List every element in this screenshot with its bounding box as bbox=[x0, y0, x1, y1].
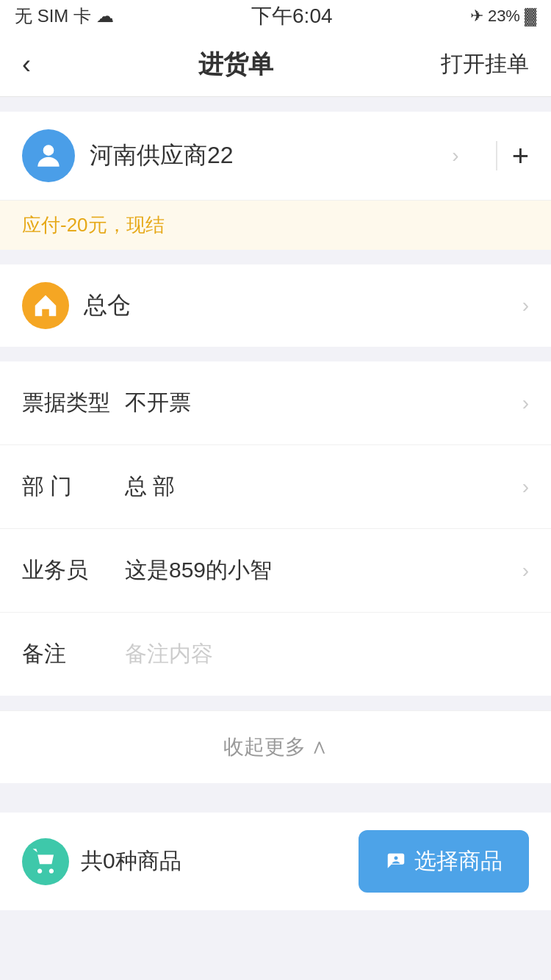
supplier-chevron-icon: › bbox=[452, 144, 458, 167]
page-title: 进货单 bbox=[198, 48, 273, 82]
back-button[interactable]: ‹ bbox=[22, 49, 31, 80]
supplier-section: 河南供应商22 › + 应付-20元，现结 bbox=[0, 112, 551, 250]
select-product-icon bbox=[385, 851, 407, 873]
sales-rep-label: 业务员 bbox=[22, 555, 125, 586]
notice-bar: 应付-20元，现结 bbox=[0, 201, 551, 250]
supplier-avatar bbox=[22, 129, 75, 182]
page-background bbox=[0, 910, 551, 980]
sales-rep-value: 这是859的小智 bbox=[125, 555, 515, 586]
location-icon: ✈ bbox=[470, 7, 483, 26]
ticket-type-label: 票据类型 bbox=[22, 388, 125, 418]
ticket-type-row[interactable]: 票据类型 不开票 › bbox=[0, 361, 551, 445]
status-right: ✈ 23% ▓ bbox=[470, 7, 536, 26]
svg-point-0 bbox=[43, 145, 54, 156]
bottom-bar: 共0种商品 选择商品 bbox=[0, 813, 551, 910]
warehouse-row[interactable]: 总仓 › bbox=[0, 264, 551, 347]
supplier-name: 河南供应商22 bbox=[90, 140, 452, 172]
section-gap-3 bbox=[0, 783, 551, 798]
sales-rep-chevron-icon: › bbox=[522, 559, 529, 583]
cart-icon bbox=[32, 848, 60, 876]
warehouse-chevron-icon: › bbox=[522, 294, 529, 317]
section-gap-1 bbox=[0, 97, 551, 112]
warehouse-section: 总仓 › bbox=[0, 264, 551, 347]
department-value: 总 部 bbox=[125, 472, 515, 502]
sim-status: 无 SIM 卡 ☁ bbox=[15, 4, 114, 28]
home-icon bbox=[32, 292, 60, 320]
product-count-text: 共0种商品 bbox=[81, 846, 359, 876]
section-gap-2 bbox=[0, 250, 551, 264]
collapse-bar[interactable]: 收起更多 ∧ bbox=[0, 710, 551, 783]
department-chevron-icon: › bbox=[522, 475, 529, 499]
sales-rep-row[interactable]: 业务员 这是859的小智 › bbox=[0, 529, 551, 613]
status-bar: 无 SIM 卡 ☁ 下午6:04 ✈ 23% ▓ bbox=[0, 0, 551, 32]
warehouse-name: 总仓 bbox=[84, 289, 522, 322]
remark-row[interactable]: 备注 备注内容 bbox=[0, 613, 551, 696]
notice-text: 应付-20元，现结 bbox=[22, 214, 165, 236]
department-label: 部 门 bbox=[22, 472, 125, 502]
collapse-label: 收起更多 ∧ bbox=[223, 735, 328, 758]
person-icon bbox=[32, 140, 65, 172]
status-left: 无 SIM 卡 ☁ bbox=[15, 4, 114, 28]
select-product-button[interactable]: 选择商品 bbox=[359, 830, 529, 893]
ticket-type-value: 不开票 bbox=[125, 388, 515, 418]
supplier-divider bbox=[496, 141, 497, 170]
add-supplier-button[interactable]: + bbox=[512, 140, 529, 173]
remark-label: 备注 bbox=[22, 639, 125, 669]
battery-status: 23% bbox=[488, 7, 520, 26]
open-pending-button[interactable]: 打开挂单 bbox=[441, 49, 529, 79]
form-section: 票据类型 不开票 › 部 门 总 部 › 业务员 这是859的小智 › 备注 备… bbox=[0, 361, 551, 696]
remark-input[interactable]: 备注内容 bbox=[125, 639, 529, 669]
department-row[interactable]: 部 门 总 部 › bbox=[0, 445, 551, 529]
battery-icon: ▓ bbox=[525, 7, 536, 26]
nav-bar: ‹ 进货单 打开挂单 bbox=[0, 32, 551, 97]
supplier-row[interactable]: 河南供应商22 › + bbox=[0, 112, 551, 201]
ticket-type-chevron-icon: › bbox=[522, 392, 529, 415]
product-count-icon bbox=[22, 838, 69, 885]
select-product-label: 选择商品 bbox=[414, 846, 503, 876]
warehouse-icon bbox=[22, 282, 69, 329]
status-time: 下午6:04 bbox=[251, 2, 333, 30]
